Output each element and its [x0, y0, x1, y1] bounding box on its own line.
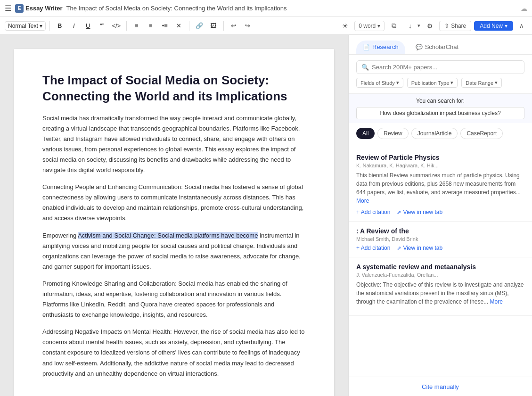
code-button[interactable]: </>	[110, 20, 123, 32]
results-list: Review of Particle Physics K. Nakamura, …	[349, 144, 532, 377]
add-new-button[interactable]: Add New ▾	[474, 21, 513, 31]
result-actions-2: + Add citation ⇗ View in new tab	[356, 245, 524, 251]
cite-manually-area: Cite manually	[349, 377, 532, 396]
view-in-tab-2[interactable]: ⇗ View in new tab	[397, 245, 442, 251]
blockquote-button[interactable]: “”	[96, 20, 108, 32]
word-count-button[interactable]: 0 word ▾	[354, 21, 385, 31]
toolbar: Normal Text ▾ B I U “” </> ≡ ≡ •≡ ✕ 🔗 🖼 …	[0, 17, 532, 35]
chip-review[interactable]: Review	[377, 128, 408, 139]
app-logo: E Essay Writer	[15, 4, 63, 13]
tab-scholarchat[interactable]: 💬 ScholarChat	[409, 41, 466, 54]
search-suggestion-query[interactable]: How does globalization impact business c…	[356, 107, 524, 119]
result-more-1[interactable]: More	[356, 198, 369, 204]
date-chevron: ▾	[495, 80, 498, 86]
menu-icon[interactable]: ☰	[5, 4, 11, 13]
publication-chevron: ▾	[450, 80, 453, 86]
result-authors-3: J. Valenzuela-Fuenzalida, Orellan...	[356, 272, 524, 278]
divider-3	[189, 21, 189, 31]
result-item: : A Review of the Michael Smith, David B…	[349, 222, 532, 257]
ordered-list-button[interactable]: ≡	[145, 20, 157, 32]
result-abstract-1: This biennial Review summarizes much of …	[356, 171, 524, 205]
download-chevron[interactable]: ▾	[417, 23, 420, 29]
view-in-tab-1[interactable]: ⇗ View in new tab	[397, 209, 442, 215]
download-group: ↓ ▾	[403, 19, 420, 33]
date-range-filter[interactable]: Date Range ▾	[461, 78, 502, 88]
divider-1	[49, 21, 50, 31]
link-button[interactable]: 🔗	[193, 20, 205, 32]
search-area: 🔍 Fields of Study ▾ Publication Type ▾ D…	[349, 55, 532, 93]
publication-type-filter[interactable]: Publication Type ▾	[407, 78, 458, 88]
result-title-3[interactable]: A systematic review and metaanalysis	[356, 263, 524, 271]
add-citation-2[interactable]: + Add citation	[356, 245, 390, 251]
external-link-icon-1: ⇗	[397, 209, 401, 215]
document-title: The Impact of Social Media on Society: C…	[42, 73, 306, 105]
text-style-select[interactable]: Normal Text ▾	[5, 21, 46, 31]
image-button[interactable]: 🖼	[207, 20, 220, 32]
result-authors-1: K. Nakamura, K. Hagiwara, K. Hik...	[356, 163, 524, 168]
result-actions-1: + Add citation ⇗ View in new tab	[356, 209, 524, 215]
scholarchat-tab-label: ScholarChat	[425, 43, 459, 50]
tab-research[interactable]: 📄 Research	[356, 41, 405, 54]
main-layout: The Impact of Social Media on Society: C…	[0, 35, 532, 396]
highlighted-text: Activism and Social Change: Social media…	[78, 232, 258, 239]
topbar: ☰ E Essay Writer The Impact of Social Me…	[0, 0, 532, 17]
paragraph-5: Addressing Negative Impacts on Mental He…	[42, 327, 306, 379]
cloud-sync-icon: ☁	[521, 5, 527, 12]
search-input[interactable]	[372, 64, 519, 71]
fields-of-study-filter[interactable]: Fields of Study ▾	[356, 78, 403, 88]
underline-button[interactable]: U	[82, 20, 94, 32]
chip-case-report[interactable]: CaseReport	[460, 128, 503, 139]
add-new-label: Add New	[480, 23, 503, 29]
filter-chips: All Review JournalArticle CaseReport	[349, 123, 532, 144]
research-tab-icon: 📄	[363, 44, 370, 50]
fields-chevron: ▾	[396, 80, 399, 86]
ai-icon[interactable]: ☀	[338, 19, 352, 33]
logo-icon: E	[15, 4, 24, 13]
result-item: A systematic review and metaanalysis J. …	[349, 257, 532, 316]
chip-all[interactable]: All	[356, 128, 375, 139]
add-new-chevron: ▾	[505, 23, 507, 29]
redo-button[interactable]: ↪	[242, 20, 254, 32]
align-button[interactable]: ≡	[131, 20, 143, 32]
result-title-1[interactable]: Review of Particle Physics	[356, 154, 524, 161]
result-more-3[interactable]: More	[490, 298, 503, 305]
collapse-button[interactable]: ∧	[516, 20, 527, 32]
result-title-2[interactable]: : A Review of the	[356, 227, 524, 235]
search-icon: 🔍	[361, 64, 369, 71]
undo-button[interactable]: ↩	[228, 20, 240, 32]
bullet-list-button[interactable]: •≡	[159, 20, 171, 32]
date-label: Date Range	[466, 80, 493, 86]
paragraph-2: Connecting People and Enhancing Communic…	[42, 182, 306, 223]
research-tab-label: Research	[372, 43, 399, 50]
result-abstract-3: Objective: The objective of this review …	[356, 280, 524, 306]
word-count-label: 0 word	[359, 23, 376, 29]
filter-row: Fields of Study ▾ Publication Type ▾ Dat…	[356, 78, 524, 88]
italic-button[interactable]: I	[68, 20, 80, 32]
share-icon: ⇧	[444, 23, 449, 29]
copy-button[interactable]: ⧉	[387, 19, 401, 33]
paragraph-4: Promoting Knowledge Sharing and Collabor…	[42, 279, 306, 320]
share-button[interactable]: ⇧ Share	[439, 21, 471, 31]
divider-4	[223, 21, 224, 31]
add-citation-1[interactable]: + Add citation	[356, 209, 390, 215]
app-name: Essay Writer	[25, 5, 63, 12]
you-can-search-label: You can search for:	[356, 98, 524, 104]
publication-label: Publication Type	[411, 80, 450, 86]
download-button[interactable]: ↓	[403, 19, 417, 33]
toolbar-right: ☀ 0 word ▾ ⧉ ↓ ▾ ⚙ ⇧ Share Add New ▾ ∧	[338, 19, 527, 33]
chip-journal-article[interactable]: JournalArticle	[411, 128, 458, 139]
external-link-icon-2: ⇗	[397, 245, 401, 251]
editor-page: The Impact of Social Media on Society: C…	[14, 49, 334, 396]
paragraph-3: Empowering Activism and Social Change: S…	[42, 231, 306, 272]
result-item: Review of Particle Physics K. Nakamura, …	[349, 148, 532, 222]
bold-button[interactable]: B	[54, 20, 66, 32]
paragraph-1: Social media has dramatically transforme…	[42, 113, 306, 176]
cite-manually-button[interactable]: Cite manually	[422, 383, 459, 390]
settings-button[interactable]: ⚙	[423, 19, 436, 33]
result-authors-2: Michael Smith, David Brink	[356, 236, 524, 242]
text-style-label: Normal Text	[8, 23, 38, 29]
scholarchat-tab-icon: 💬	[416, 44, 423, 50]
chevron-down-icon: ▾	[40, 23, 42, 29]
clear-format-button[interactable]: ✕	[173, 20, 185, 32]
search-box[interactable]: 🔍	[356, 60, 524, 74]
